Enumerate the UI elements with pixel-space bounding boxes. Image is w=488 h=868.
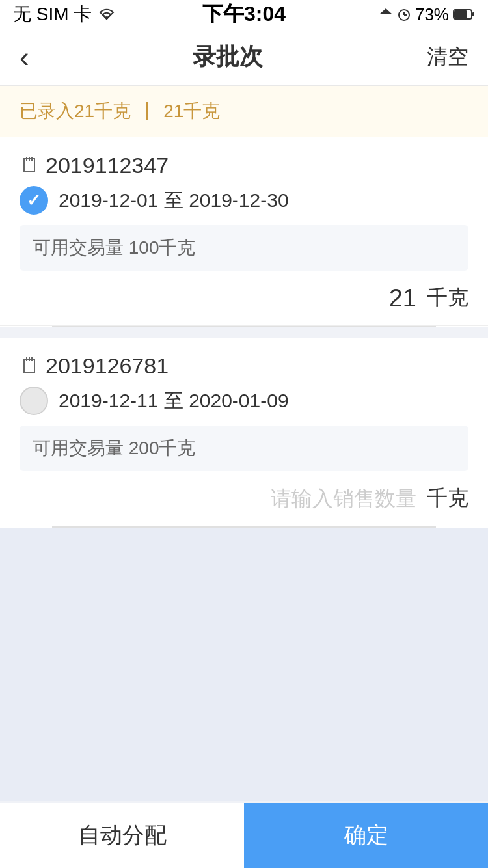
alarm-icon: [397, 7, 411, 21]
summary-label: 已录入21千克: [20, 99, 131, 124]
batch-2-quantity-row: 千克: [0, 471, 488, 526]
batch-2-doc-icon: 🗒: [20, 354, 40, 378]
batch-2-id: 2019126781: [46, 353, 169, 379]
batch-card-1: 🗒 2019112347 2019-12-01 至 2019-12-30 可用交…: [0, 137, 488, 327]
batch-2-quantity-input[interactable]: [156, 487, 416, 511]
back-button[interactable]: ‹: [20, 41, 29, 74]
auto-distribute-button[interactable]: 自动分配: [0, 803, 244, 868]
status-left: 无 SIM 卡: [13, 2, 116, 27]
confirm-button[interactable]: 确定: [244, 803, 488, 868]
wifi-icon: [97, 7, 116, 21]
clear-button[interactable]: 清空: [427, 43, 468, 72]
empty-area: [0, 528, 488, 801]
batch-2-inner: 🗒 2019126781 2019-12-11 至 2020-01-09 可用交…: [0, 338, 488, 471]
status-right: 73%: [379, 5, 475, 25]
svg-rect-4: [454, 10, 467, 18]
batch-1-available-text: 可用交易量 100千克: [33, 237, 196, 258]
section-separator-1: [0, 327, 488, 338]
nav-title: 录批次: [193, 41, 263, 73]
status-bar: 无 SIM 卡 下午3:04 73%: [0, 0, 488, 29]
svg-rect-5: [472, 12, 474, 16]
battery-percent: 73%: [415, 5, 449, 25]
batch-1-date: 2019-12-01 至 2019-12-30: [59, 187, 289, 214]
batch-2-available-text: 可用交易量 200千克: [33, 438, 196, 458]
batch-2-id-row: 🗒 2019126781: [20, 353, 468, 379]
summary-bar: 已录入21千克 21千克: [0, 86, 488, 137]
batch-1-quantity-unit: 千克: [427, 284, 468, 312]
battery-icon: [453, 8, 475, 20]
batch-1-date-row: 2019-12-01 至 2019-12-30: [20, 186, 468, 215]
batch-1-id: 2019112347: [46, 153, 169, 178]
batch-1-id-row: 🗒 2019112347: [20, 153, 468, 178]
location-icon: [379, 7, 393, 21]
batch-card-2: 🗒 2019126781 2019-12-11 至 2020-01-09 可用交…: [0, 338, 488, 528]
batch-2-date-row: 2019-12-11 至 2020-01-09: [20, 387, 468, 415]
carrier-text: 无 SIM 卡: [13, 2, 92, 27]
batch-2-checkbox[interactable]: [20, 387, 48, 415]
batch-2-date: 2019-12-11 至 2020-01-09: [59, 388, 289, 414]
summary-divider: [146, 102, 148, 120]
batch-1-available-row: 可用交易量 100千克: [20, 225, 468, 271]
batch-1-quantity-value: 21: [389, 284, 416, 312]
summary-value: 21千克: [163, 99, 220, 124]
batch-1-checkbox[interactable]: [20, 186, 48, 215]
nav-bar: ‹ 录批次 清空: [0, 29, 488, 86]
batch-1-doc-icon: 🗒: [20, 154, 40, 178]
page-content: 已录入21千克 21千克 🗒 2019112347 2019-12-01 至 2…: [0, 86, 488, 866]
bottom-buttons: 自动分配 确定: [0, 803, 488, 868]
batch-2-available-row: 可用交易量 200千克: [20, 426, 468, 471]
batch-2-quantity-unit: 千克: [427, 484, 468, 513]
batch-1-inner: 🗒 2019112347 2019-12-01 至 2019-12-30 可用交…: [0, 137, 488, 271]
status-time: 下午3:04: [202, 0, 286, 29]
batch-1-quantity-row: 21 千克: [0, 271, 488, 326]
